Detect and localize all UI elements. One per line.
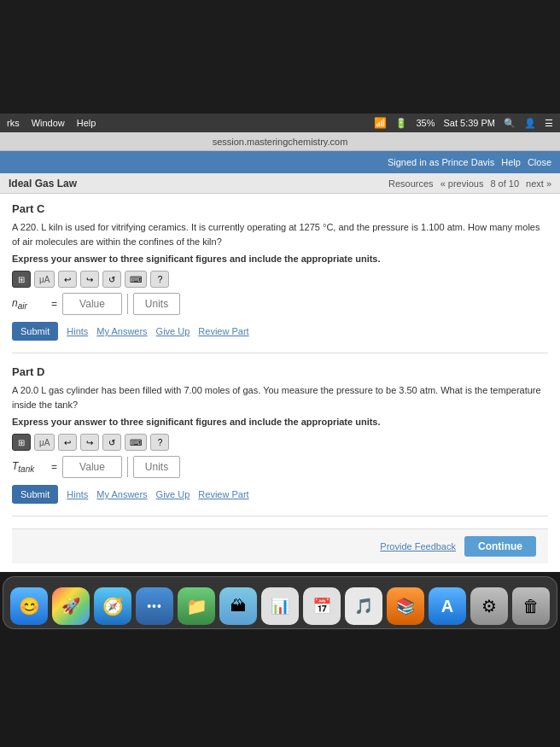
part-d-review-part-button[interactable]: Review Part — [198, 489, 248, 499]
grid-icon-c: ⊞ — [18, 275, 25, 284]
launchpad-icon: 🚀 — [61, 597, 80, 616]
continue-button[interactable]: Continue — [464, 536, 536, 557]
keyboard-button-d[interactable]: ⌨ — [125, 434, 147, 451]
help-button-d[interactable]: ? — [150, 434, 169, 451]
bottom-bar: Provide Feedback Continue — [12, 528, 548, 563]
numbers-icon: 📊 — [271, 597, 289, 616]
site-header-right: Signed in as Prince Davis Help Close — [388, 157, 551, 167]
redo-button-d[interactable]: ↪ — [80, 434, 99, 451]
part-d-toolbar: ⊞ μA ↩ ↪ ↺ ⌨ ? — [12, 434, 548, 451]
dock-finder[interactable]: 😊 — [10, 587, 48, 625]
part-c-answer-row: nair = — [12, 293, 548, 315]
calendar-icon: 📅 — [312, 597, 331, 616]
undo-icon-d: ↩ — [64, 438, 71, 447]
next-link[interactable]: next » — [526, 178, 551, 189]
search-menu-icon[interactable]: 🔍 — [504, 118, 516, 129]
part-d-instruction: Express your answer to three significant… — [12, 417, 548, 427]
part-c-value-input[interactable] — [62, 293, 122, 315]
resources-link[interactable]: Resources — [388, 178, 434, 189]
part-c-title: Part C — [12, 202, 548, 215]
part-d-variable: Ttank — [12, 460, 46, 474]
part-d-hints-button[interactable]: Hints — [67, 489, 88, 499]
signed-in-label: Signed in as Prince Davis — [388, 157, 494, 167]
redo-icon-d: ↪ — [86, 438, 93, 447]
dock-files[interactable]: 📁 — [178, 587, 215, 625]
part-c-review-part-button[interactable]: Review Part — [198, 326, 248, 336]
help-button-c[interactable]: ? — [150, 271, 169, 288]
part-d-divider — [127, 457, 128, 477]
help-icon-d: ? — [158, 438, 163, 447]
menu-item-help[interactable]: Help — [77, 118, 96, 128]
battery-icon: 🔋 — [395, 118, 407, 129]
refresh-icon-c: ↺ — [108, 275, 115, 284]
dock-safari[interactable]: 🧭 — [94, 587, 131, 625]
part-c-equals: = — [51, 298, 57, 310]
provide-feedback-link[interactable]: Provide Feedback — [380, 541, 456, 551]
dock-calendar[interactable]: 📅 — [303, 587, 341, 625]
part-c-give-up-button[interactable]: Give Up — [156, 326, 190, 336]
part-d-answer-row: Ttank = — [12, 456, 548, 478]
refresh-button-c[interactable]: ↺ — [102, 271, 121, 288]
content-area: Part C A 220. L kiln is used for vitrify… — [0, 194, 560, 572]
undo-icon-c: ↩ — [64, 275, 71, 284]
prev-link[interactable]: « previous — [440, 178, 484, 189]
part-c-submit-button[interactable]: Submit — [12, 322, 58, 341]
keyboard-icon-d: ⌨ — [130, 438, 142, 447]
system-icon: ⚙ — [481, 596, 497, 616]
browser-chrome: session.masteringchemistry.com — [0, 132, 560, 151]
dock-trash[interactable]: 🗑 — [512, 587, 550, 625]
desktop-top: rks Window Help 📶 🔋 35% Sat 5:39 PM 🔍 👤 … — [0, 0, 560, 132]
part-c-hints-button[interactable]: Hints — [67, 326, 88, 336]
menu-item-window[interactable]: Window — [32, 118, 65, 128]
dock-numbers[interactable]: 📊 — [261, 587, 299, 625]
part-d-give-up-button[interactable]: Give Up — [156, 489, 190, 499]
part-c-instruction: Express your answer to three significant… — [12, 254, 548, 264]
keyboard-icon-c: ⌨ — [130, 275, 142, 284]
mu-label-d: μA — [39, 438, 50, 447]
dock-launchpad[interactable]: 🚀 — [52, 587, 90, 625]
grid-icon-d: ⊞ — [18, 438, 25, 447]
redo-button-c[interactable]: ↪ — [80, 271, 99, 288]
help-link[interactable]: Help — [501, 157, 521, 167]
part-d-units-input[interactable] — [133, 456, 180, 478]
undo-button-d[interactable]: ↩ — [58, 434, 77, 451]
url-bar[interactable]: session.masteringchemistry.com — [213, 137, 348, 147]
dock-system[interactable]: ⚙ — [470, 587, 508, 625]
redo-icon-c: ↪ — [86, 275, 93, 284]
refresh-button-d[interactable]: ↺ — [102, 434, 121, 451]
books-icon: 📚 — [396, 597, 415, 616]
dock-photos[interactable]: 🏔 — [219, 587, 257, 625]
mu-button-d[interactable]: μA — [34, 434, 55, 451]
part-d-title: Part D — [12, 365, 548, 378]
part-c-units-input[interactable] — [133, 293, 180, 315]
part-d-description: A 20.0 L gas cylinder has been filled wi… — [12, 383, 548, 411]
dock-appstore[interactable]: A — [429, 587, 466, 625]
menu-lines-icon[interactable]: ☰ — [545, 118, 553, 129]
undo-button-c[interactable]: ↩ — [58, 271, 77, 288]
part-d-submit-button[interactable]: Submit — [12, 485, 58, 504]
part-d-my-answers-button[interactable]: My Answers — [96, 489, 147, 499]
grid-button-d[interactable]: ⊞ — [12, 434, 31, 451]
menu-item-rks[interactable]: rks — [7, 118, 20, 128]
dock-books[interactable]: 📚 — [387, 587, 424, 625]
part-d-value-input[interactable] — [62, 456, 122, 478]
safari-icon: 🧭 — [102, 596, 124, 616]
part-c-section: Part C A 220. L kiln is used for vitrify… — [12, 202, 548, 353]
keyboard-button-c[interactable]: ⌨ — [125, 271, 147, 288]
part-d-action-row: Submit Hints My Answers Give Up Review P… — [12, 485, 548, 504]
dock-dots[interactable]: ••• — [136, 587, 173, 625]
close-link[interactable]: Close — [528, 157, 551, 167]
part-c-action-row: Submit Hints My Answers Give Up Review P… — [12, 322, 548, 341]
part-c-variable: nair — [12, 297, 46, 311]
menu-bar-right: 📶 🔋 35% Sat 5:39 PM 🔍 👤 ☰ — [374, 117, 553, 129]
grid-button-c[interactable]: ⊞ — [12, 271, 31, 288]
part-c-my-answers-button[interactable]: My Answers — [96, 326, 147, 336]
mu-button-c[interactable]: μA — [34, 271, 55, 288]
clock: Sat 5:39 PM — [443, 118, 495, 128]
part-d-section: Part D A 20.0 L gas cylinder has been fi… — [12, 365, 548, 516]
dock-music[interactable]: 🎵 — [345, 587, 382, 625]
page-header: Ideal Gas Law Resources « previous 8 of … — [0, 173, 560, 194]
refresh-icon-d: ↺ — [108, 438, 115, 447]
part-c-toolbar: ⊞ μA ↩ ↪ ↺ ⌨ ? — [12, 271, 548, 288]
person-icon[interactable]: 👤 — [524, 118, 536, 129]
